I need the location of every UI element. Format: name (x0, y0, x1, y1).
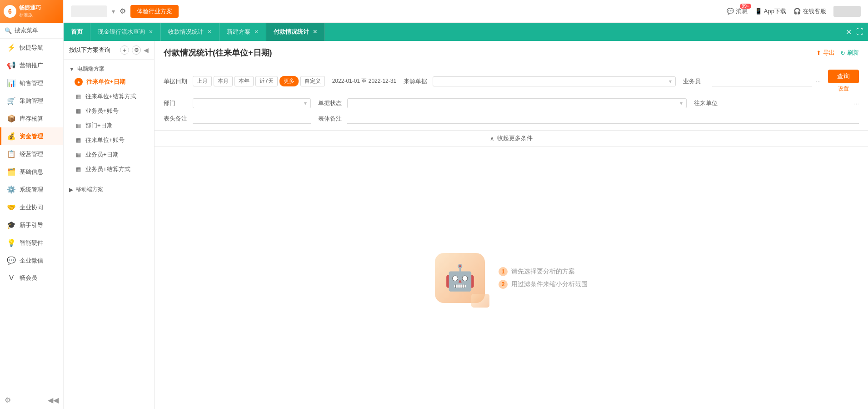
trial-industry-button[interactable]: 体验行业方案 (130, 5, 179, 18)
sidebar: 6 畅捷通巧 标准版 🔍 搜索菜单 ⚡ 快捷导航 📢 营销推广 📊 销售管理 🛒… (0, 0, 64, 409)
newuser-label: 新手引导 (20, 221, 43, 229)
sidebar-item-purchase[interactable]: 🛒 采购管理 (0, 92, 63, 110)
empty-tip-1: 1 请先选择要分析的方案 (499, 267, 588, 276)
collapse-more-bar[interactable]: ∧ 收起更多条件 (155, 131, 868, 146)
sidebar-footer: ⚙ ◀◀ (0, 391, 63, 409)
scheme-group-mobile-title[interactable]: ▶ 移动端方案 (64, 184, 154, 195)
sales-icon: 📊 (7, 79, 16, 87)
fullscreen-button[interactable]: ⛶ (856, 28, 863, 36)
table-header-note-input[interactable] (193, 114, 311, 124)
scheme-salesman-account-label: 业务员+账号 (85, 107, 119, 115)
quick-nav-label: 快捷导航 (20, 44, 43, 52)
filter-row-2: 部门 ▾ 单据状态 ▾ 往来单位 (164, 98, 859, 108)
date-btn-this-year[interactable]: 本年 (234, 76, 254, 86)
topbar-dropdown-icon[interactable]: ▾ (112, 8, 115, 15)
scheme-salesman-date-label: 业务员+日期 (85, 151, 119, 159)
date-btn-more[interactable]: 更多 (279, 76, 299, 86)
scheme-item-contact-account[interactable]: ▦ 往来单位+账号 (64, 133, 154, 147)
search-menu[interactable]: 🔍 搜索菜单 (0, 23, 63, 39)
smart-hw-label: 智能硬件 (20, 239, 43, 247)
salesman-ellipsis-icon[interactable]: ··· (816, 78, 821, 85)
scheme-item-salesman-date[interactable]: ▦ 业务员+日期 (64, 147, 154, 162)
finance-icon: 💰 (7, 132, 16, 141)
tab-bank-flow[interactable]: 现金银行流水查询 ✕ (90, 23, 161, 41)
contact-input[interactable] (723, 98, 850, 108)
topbar: ▾ ⚙ 体验行业方案 💬 消息 99+ 📱 App下载 🎧 在线客服 (64, 0, 868, 23)
sidebar-item-basics[interactable]: 🗂️ 基础信息 (0, 163, 63, 181)
table-header-note-label: 表头备注 (164, 115, 189, 123)
sidebar-collapse-btn[interactable]: ◀◀ (48, 396, 59, 404)
sidebar-item-sales[interactable]: 📊 销售管理 (0, 74, 63, 92)
sidebar-item-vip[interactable]: V 畅会员 (0, 269, 63, 287)
export-button[interactable]: ⬆ 导出 (816, 49, 835, 57)
source-filter-group: 来源单据 ▾ (404, 76, 676, 86)
wechat-icon: 💬 (7, 256, 16, 265)
sidebar-item-quick-nav[interactable]: ⚡ 快捷导航 (0, 39, 63, 56)
edition-label: 标准版 (19, 12, 41, 18)
scheme-item-salesman-account[interactable]: ▦ 业务员+账号 (64, 104, 154, 118)
tip-text-1: 请先选择要分析的方案 (511, 268, 575, 276)
refresh-button[interactable]: ↻ 刷新 (840, 49, 859, 57)
empty-state: 🤖 1 请先选择要分析的方案 2 用过滤条件来缩小分析范围 (155, 146, 868, 409)
tab-payment-stats[interactable]: 付款情况统计 ✕ (266, 23, 325, 41)
empty-robot-illustration: 🤖 (435, 253, 485, 303)
service-icon: 🎧 (793, 8, 801, 15)
tab-receivable-close[interactable]: ✕ (207, 29, 212, 35)
date-btn-last-month[interactable]: 上月 (193, 76, 212, 86)
date-btn-custom[interactable]: 自定义 (300, 76, 325, 86)
sidebar-item-inventory[interactable]: 📦 库存核算 (0, 110, 63, 127)
scheme-header-actions: + ⚙ ◀ (120, 45, 149, 55)
scheme-settings-button[interactable]: ⚙ (132, 45, 141, 55)
tab-receivable-stats[interactable]: 收款情况统计 ✕ (161, 23, 219, 41)
query-actions: 查询 设置 (828, 70, 859, 93)
filter-settings-link[interactable]: 设置 (828, 85, 859, 93)
scheme-group-desktop-title[interactable]: ▼ 电脑端方案 (64, 63, 154, 75)
scheme-item-dept-date[interactable]: ▦ 部门+日期 (64, 118, 154, 133)
scheme-dept-date-icon: ▦ (75, 122, 82, 129)
table-body-note-input[interactable] (347, 114, 859, 124)
scheme-add-button[interactable]: + (120, 45, 129, 55)
sidebar-item-wechat[interactable]: 💬 企业微信 (0, 252, 63, 269)
table-body-note-label: 表体备注 (318, 115, 344, 123)
sidebar-item-system[interactable]: ⚙️ 系统管理 (0, 181, 63, 198)
scheme-item-contact-settle[interactable]: ▦ 往来单位+结算方式 (64, 89, 154, 104)
date-btn-last-7[interactable]: 近7天 (255, 76, 278, 86)
wechat-label: 企业微信 (20, 257, 43, 265)
tab-payment-stats-close[interactable]: ✕ (313, 29, 317, 35)
date-btn-this-month[interactable]: 本月 (214, 76, 233, 86)
tab-bank-flow-close[interactable]: ✕ (149, 29, 153, 35)
app-download-button[interactable]: 📱 App下载 (755, 7, 786, 15)
newuser-icon: 🎓 (7, 221, 16, 229)
tab-new-scheme[interactable]: 新建方案 ✕ (219, 23, 266, 41)
scheme-item-contact-date[interactable]: ● 往来单位+日期 (64, 75, 154, 89)
scheme-group-desktop-label: 电脑端方案 (77, 65, 105, 73)
sidebar-item-smart-hw[interactable]: 💡 智能硬件 (0, 234, 63, 252)
topbar-settings-icon[interactable]: ⚙ (120, 7, 126, 15)
scheme-salesman-account-icon: ▦ (75, 107, 82, 115)
dept-select[interactable]: ▾ (193, 98, 311, 108)
brand-info: 畅捷通巧 标准版 (19, 5, 41, 18)
sidebar-item-operations[interactable]: 📋 经营管理 (0, 145, 63, 163)
user-avatar[interactable] (833, 6, 861, 17)
sidebar-footer-settings[interactable]: ⚙ (5, 396, 11, 404)
contact-ellipsis-icon[interactable]: ··· (854, 100, 859, 107)
salesman-input[interactable] (712, 76, 812, 86)
voucher-status-select[interactable]: ▾ (347, 98, 687, 108)
scheme-item-salesman-settle[interactable]: ▦ 业务员+结算方式 (64, 162, 154, 177)
sidebar-header: 6 畅捷通巧 标准版 (0, 0, 63, 23)
sidebar-item-cooperation[interactable]: 🤝 企业协同 (0, 198, 63, 216)
messages-button[interactable]: 💬 消息 99+ (727, 7, 748, 15)
source-select[interactable]: ▾ (433, 76, 676, 86)
close-all-tabs-button[interactable]: ✕ (846, 28, 852, 36)
query-button[interactable]: 查询 (828, 70, 859, 83)
scheme-collapse-button[interactable]: ◀ (144, 46, 149, 54)
tip-text-2: 用过滤条件来缩小分析范围 (511, 280, 588, 288)
sidebar-item-finance[interactable]: 💰 资金管理 (0, 127, 63, 145)
tab-new-scheme-close[interactable]: ✕ (254, 29, 259, 35)
online-service-button[interactable]: 🎧 在线客服 (793, 7, 826, 15)
messages-badge: 99+ (740, 4, 751, 9)
sidebar-item-marketing[interactable]: 📢 营销推广 (0, 56, 63, 74)
tab-home[interactable]: 首页 (64, 23, 90, 41)
sidebar-item-newuser[interactable]: 🎓 新手引导 (0, 216, 63, 234)
empty-tip-2: 2 用过滤条件来缩小分析范围 (499, 280, 588, 289)
